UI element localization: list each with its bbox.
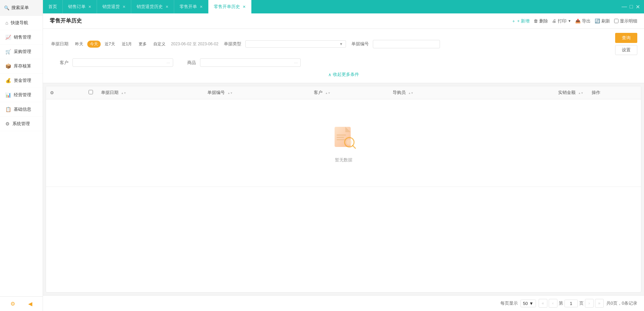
refresh-label: 刷新	[601, 18, 610, 24]
th-no-label: 单据编号	[207, 90, 225, 95]
export-button[interactable]: 📤 导出	[575, 18, 591, 24]
tab-home-label: 首页	[48, 4, 57, 10]
prev-page-button[interactable]: ‹	[549, 299, 557, 308]
th-guide: 导购员 ▲▼	[389, 86, 481, 99]
page-label: 第	[559, 300, 563, 306]
sidebar-item-finance[interactable]: 💰 资金管理	[0, 73, 43, 88]
delete-icon: 🗑	[534, 18, 538, 23]
amount-sort-icon[interactable]: ▲▼	[578, 92, 584, 95]
page-title: 零售开单历史	[50, 17, 82, 24]
data-table: ⚙ 单据日期 ▲▼ 单据编号 ▲▼ 客户 ▲▼	[46, 86, 641, 187]
add-label: + 新增	[517, 18, 530, 24]
show-detail-checkbox[interactable]: 显示明细	[614, 18, 637, 24]
no-sort-icon[interactable]: ▲▼	[228, 92, 233, 95]
shortcut-1month[interactable]: 近1月	[119, 41, 135, 48]
th-checkbox[interactable]	[85, 86, 97, 99]
close-window-icon[interactable]: ✕	[636, 4, 640, 10]
th-customer-label: 客户	[314, 90, 323, 95]
tab-sales-order-label: 销售订单	[68, 4, 86, 10]
table-body: 暂无数据	[46, 99, 641, 187]
th-ops: 操作	[588, 86, 641, 99]
page-number-input[interactable]	[564, 300, 578, 307]
page-header: 零售开单历史 ＋ + 新增 🗑 删除 🖨 打印 ▼ 📤 导出	[43, 13, 644, 29]
first-page-button[interactable]: «	[539, 299, 547, 308]
empty-state-row: 暂无数据	[46, 99, 641, 187]
print-button[interactable]: 🖨 打印 ▼	[552, 18, 571, 24]
sidebar-item-label: 快捷导航	[11, 20, 28, 26]
add-icon: ＋	[511, 18, 516, 24]
tab-sales-order-close[interactable]: ✕	[88, 5, 91, 9]
last-page-button[interactable]: »	[595, 299, 604, 308]
window-controls: — □ ✕	[622, 4, 644, 10]
tab-retail-history-close[interactable]: ✕	[243, 5, 246, 9]
ops-icon: 📊	[5, 92, 11, 98]
sidebar-item-label: 基础信息	[14, 106, 31, 112]
shortcut-7days[interactable]: 近7天	[102, 41, 118, 48]
sidebar-item-purchase[interactable]: 🛒 采购管理	[0, 45, 43, 59]
goods-input[interactable]: ···	[200, 58, 301, 67]
collapse-sidebar-icon[interactable]: ◀	[28, 301, 32, 307]
print-arrow-icon: ▼	[568, 19, 571, 23]
customer-sort-icon[interactable]: ▲▼	[325, 92, 331, 95]
page-size-select[interactable]: 50 ▼	[521, 300, 536, 307]
filter-row-1: 单据日期 昨天 今天 近7天 近1月 更多 自定义 2023-06-02 至 2…	[50, 33, 637, 55]
th-gear[interactable]: ⚙	[46, 86, 85, 99]
show-detail-input[interactable]	[614, 19, 618, 23]
delete-button[interactable]: 🗑 删除	[534, 18, 548, 24]
filter-row-2: 客户 ··· 商品 ···	[50, 58, 637, 67]
sidebar-item-system[interactable]: ⚙ 系统管理	[0, 117, 43, 131]
minimize-icon[interactable]: —	[622, 4, 627, 10]
tab-home[interactable]: 首页	[43, 0, 63, 13]
shortcut-more[interactable]: 更多	[136, 41, 149, 48]
date-sort-icon[interactable]: ▲▼	[121, 92, 126, 95]
th-customer: 客户 ▲▼	[310, 86, 388, 99]
query-button[interactable]: 查询	[615, 33, 637, 43]
doc-type-arrow-icon: ▼	[339, 42, 343, 46]
tab-sales-return[interactable]: 销货退货 ✕	[97, 0, 131, 13]
add-button[interactable]: ＋ + 新增	[511, 18, 530, 24]
svg-rect-2	[337, 135, 346, 136]
shortcut-yesterday[interactable]: 昨天	[72, 41, 86, 48]
shortcut-custom[interactable]: 自定义	[151, 41, 168, 48]
tab-retail-open-close[interactable]: ✕	[200, 5, 203, 9]
tab-sales-return-history[interactable]: 销货退货历史 ✕	[131, 0, 174, 13]
tab-sales-return-close[interactable]: ✕	[122, 5, 126, 9]
collapse-button[interactable]: ∧ 收起更多条件	[50, 70, 637, 79]
sidebar-item-ops[interactable]: 📊 经营管理	[0, 88, 43, 102]
tab-retail-history[interactable]: 零售开单历史 ✕	[208, 0, 251, 13]
setting-button[interactable]: 设置	[615, 45, 637, 55]
tab-retail-open[interactable]: 零售开单 ✕	[174, 0, 208, 13]
doc-type-select[interactable]: ▼	[245, 40, 346, 48]
svg-rect-3	[337, 137, 344, 138]
table-header-row: ⚙ 单据日期 ▲▼ 单据编号 ▲▼ 客户 ▲▼	[46, 86, 641, 99]
sidebar-search[interactable]: 🔍 搜索采单	[0, 0, 43, 16]
sidebar-search-label: 搜索采单	[11, 5, 29, 11]
tab-sales-order[interactable]: 销售订单 ✕	[63, 0, 97, 13]
purchase-icon: 🛒	[5, 49, 11, 54]
shortcut-today[interactable]: 今天	[87, 41, 101, 48]
th-ops-label: 操作	[592, 90, 600, 95]
th-date: 单据日期 ▲▼	[97, 86, 203, 99]
goods-dots: ···	[294, 60, 298, 65]
sidebar-item-sales[interactable]: 📈 销售管理	[0, 30, 43, 45]
customer-input[interactable]: ···	[72, 58, 173, 67]
sidebar-item-label: 销售管理	[14, 34, 31, 40]
sidebar-item-basic[interactable]: 📋 基础信息	[0, 102, 43, 117]
tab-retail-open-label: 零售开单	[180, 4, 197, 10]
sidebar-item-label: 采购管理	[14, 49, 31, 55]
th-date-label: 单据日期	[101, 90, 118, 95]
maximize-icon[interactable]: □	[630, 4, 633, 10]
filter-actions: 查询 设置	[615, 33, 637, 55]
guide-sort-icon[interactable]: ▲▼	[408, 92, 413, 95]
sidebar-item-inventory[interactable]: 📦 库存核算	[0, 59, 43, 73]
select-all-checkbox[interactable]	[89, 90, 93, 94]
goods-label: 商品	[177, 60, 196, 66]
doc-no-input[interactable]	[373, 40, 440, 48]
sidebar-item-quick-nav[interactable]: ⌂ 快捷导航	[0, 16, 43, 30]
tab-sales-return-history-close[interactable]: ✕	[165, 5, 168, 9]
date-shortcuts: 昨天 今天 近7天 近1月 更多 自定义 2023-06-02 至 2023-0…	[72, 41, 218, 48]
refresh-button[interactable]: 🔄 刷新	[595, 18, 610, 24]
next-page-button[interactable]: ›	[585, 299, 594, 308]
settings-bottom-icon[interactable]: ⚙	[10, 301, 15, 307]
show-detail-label: 显示明细	[620, 18, 637, 24]
